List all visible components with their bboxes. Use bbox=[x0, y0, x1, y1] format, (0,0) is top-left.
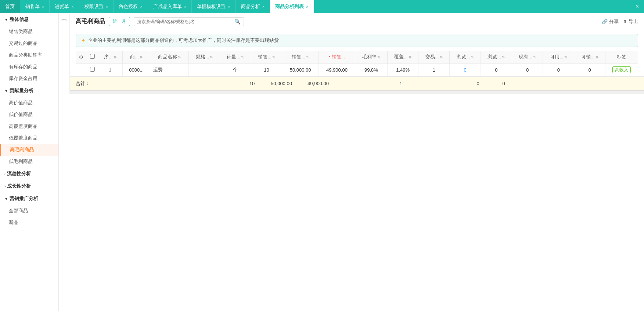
nav-finished-goods-close[interactable]: × bbox=[184, 4, 186, 9]
search-icon[interactable]: 🔍 bbox=[234, 19, 241, 25]
sidebar-item-traded-goods[interactable]: 交易过的商品 bbox=[0, 37, 58, 49]
sidebar-group-growth[interactable]: › 成长性分析 bbox=[0, 180, 58, 192]
arrow-icon-3: › bbox=[4, 172, 6, 176]
sidebar-group-marketing[interactable]: ▼ 营销推广分析 bbox=[0, 192, 58, 205]
sidebar-group-contribution[interactable]: ▼ 贡献量分析 bbox=[0, 84, 58, 97]
cell-sales-profit: 49,900.00 bbox=[319, 64, 355, 76]
nav-role-auth[interactable]: 角色授权 × bbox=[114, 0, 148, 13]
footer-sales-profit: 49,900.00 bbox=[300, 81, 337, 86]
nav-purchase-order[interactable]: 进货单 × bbox=[50, 0, 79, 13]
col-settings[interactable]: ⚙ bbox=[76, 51, 87, 64]
main-layout: ▼ 整体信息 销售类商品 交易过的商品 商品分类助销率 有库存的商品 库存资金占… bbox=[0, 13, 644, 311]
row-checkbox[interactable] bbox=[90, 67, 95, 72]
col-views2: 浏览...⇅ bbox=[481, 51, 512, 64]
nav-home[interactable]: 首页 bbox=[0, 0, 20, 13]
sidebar-item-all-goods[interactable]: 全部商品 bbox=[0, 205, 58, 217]
footer-available: 0 bbox=[491, 81, 517, 86]
col-name: 商品名称⇅ bbox=[150, 51, 189, 64]
table-container[interactable]: ⚙ 序...⇅ 商...⇅ 商品名称⇅ 规格...⇅ 计量...⇅ 销售...⇅… bbox=[70, 51, 644, 76]
share-button[interactable]: 🔗 分享 bbox=[602, 18, 619, 25]
export-button[interactable]: ⬆ 导出 bbox=[623, 18, 638, 25]
col-gross-margin: 毛利率⇅ bbox=[355, 51, 388, 64]
nav-sales-order[interactable]: 销售单 × bbox=[20, 0, 50, 13]
cell-coverage: 1.49% bbox=[387, 64, 418, 76]
sidebar-item-high-coverage[interactable]: 高覆盖度商品 bbox=[0, 120, 58, 132]
nav-sales-order-close[interactable]: × bbox=[42, 4, 44, 9]
cell-sales-qty: 10 bbox=[251, 64, 282, 76]
search-input[interactable] bbox=[137, 19, 234, 24]
sidebar-group-trend[interactable]: › 流趋性分析 bbox=[0, 167, 58, 180]
sidebar-item-high-value[interactable]: 高价值商品 bbox=[0, 97, 58, 109]
cell-unit: 个 bbox=[220, 64, 251, 76]
sidebar-group-overall[interactable]: ▼ 整体信息 bbox=[0, 13, 58, 26]
sidebar-collapse-button[interactable]: 《 bbox=[59, 13, 70, 94]
nav-goods-analysis-close[interactable]: × bbox=[262, 4, 265, 9]
col-index: 序...⇅ bbox=[98, 51, 122, 64]
col-tag: 标签 bbox=[605, 51, 638, 64]
nav-finished-goods[interactable]: 产成品入库单 × bbox=[148, 0, 192, 13]
cell-checkbox[interactable] bbox=[87, 64, 98, 76]
info-icon: ✦ bbox=[81, 37, 86, 43]
table-row: 1 0000... 运费 个 10 50,000.00 49,900.00 99… bbox=[76, 64, 638, 76]
info-banner: ✦ 企业的主要的利润都是这部分商品创造的，可考虑加大推广，同时关注库存是不要出现… bbox=[76, 34, 638, 47]
sidebar-item-new-goods[interactable]: 新品 bbox=[0, 217, 58, 228]
nav-permission-settings[interactable]: 权限设置 × bbox=[79, 0, 114, 13]
cell-sales-amount: 50,000.00 bbox=[282, 64, 319, 76]
arrow-icon-5: ▼ bbox=[4, 197, 8, 201]
select-all-checkbox[interactable] bbox=[90, 54, 95, 59]
cell-name: 运费 bbox=[150, 64, 189, 76]
nav-template-settings-close[interactable]: × bbox=[228, 4, 230, 9]
filter-period-button[interactable]: 近一月 bbox=[109, 17, 130, 26]
search-box: 🔍 bbox=[134, 17, 244, 26]
tag-badge: 高收入 bbox=[612, 66, 631, 73]
arrow-icon-4: › bbox=[4, 184, 6, 188]
cell-index: 1 bbox=[98, 64, 122, 76]
sidebar-item-sales-goods[interactable]: 销售类商品 bbox=[0, 26, 58, 37]
sidebar-item-in-stock[interactable]: 有库存的商品 bbox=[0, 61, 58, 73]
sidebar-item-high-margin[interactable]: 高毛利商品 bbox=[0, 144, 58, 156]
footer-current-stock: 0 bbox=[465, 81, 491, 86]
nav-close-all-button[interactable]: × bbox=[630, 3, 644, 10]
nav-goods-analysis-list-close[interactable]: × bbox=[306, 4, 308, 9]
table-header-row: ⚙ 序...⇅ 商...⇅ 商品名称⇅ 规格...⇅ 计量...⇅ 销售...⇅… bbox=[76, 51, 638, 64]
cell-tag: 高收入 bbox=[605, 64, 638, 76]
sidebar-item-category-rate[interactable]: 商品分类助销率 bbox=[0, 49, 58, 61]
content-header: 高毛利商品 近一月 🔍 🔗 分享 ⬆ 导出 bbox=[70, 13, 644, 30]
col-coverage: 覆盖...⇅ bbox=[387, 51, 418, 64]
col-checkbox[interactable] bbox=[87, 51, 98, 64]
col-sales-amount: 销售...⇅ bbox=[282, 51, 319, 64]
col-spec: 规格...⇅ bbox=[189, 51, 220, 64]
sidebar-item-low-margin[interactable]: 低毛利商品 bbox=[0, 156, 58, 167]
sidebar-item-low-coverage[interactable]: 低覆盖度商品 bbox=[0, 132, 58, 144]
share-icon: 🔗 bbox=[602, 19, 608, 24]
nav-permission-settings-close[interactable]: × bbox=[106, 4, 108, 9]
footer-totals: 合计： 10 50,000.00 49,900.00 bbox=[70, 76, 644, 90]
cell-trade: 1 bbox=[418, 64, 450, 76]
horizontal-scrollbar[interactable] bbox=[70, 90, 644, 94]
export-icon: ⬆ bbox=[623, 19, 627, 24]
cell-code: 0000... bbox=[122, 64, 150, 76]
nav-goods-analysis-list[interactable]: 商品分析列表 × bbox=[270, 0, 314, 13]
nav-purchase-order-close[interactable]: × bbox=[71, 4, 73, 9]
cell-spec bbox=[189, 64, 220, 76]
header-actions: 🔗 分享 ⬆ 导出 bbox=[602, 18, 638, 25]
sidebar-item-low-value[interactable]: 低价值商品 bbox=[0, 109, 58, 120]
sidebar: ▼ 整体信息 销售类商品 交易过的商品 商品分类助销率 有库存的商品 库存资金占… bbox=[0, 13, 59, 311]
nav-role-auth-close[interactable]: × bbox=[140, 4, 142, 9]
col-views1: 浏览...⇅ bbox=[450, 51, 481, 64]
cell-views2: 0 bbox=[481, 64, 512, 76]
cell-available: 0 bbox=[543, 64, 574, 76]
top-nav: 首页 销售单 × 进货单 × 权限设置 × 角色授权 × 产成品入库单 × 单据… bbox=[0, 0, 644, 13]
footer-label: 合计： bbox=[76, 80, 101, 87]
cell-views1[interactable]: 0 bbox=[450, 64, 481, 76]
goods-table: ⚙ 序...⇅ 商...⇅ 商品名称⇅ 规格...⇅ 计量...⇅ 销售...⇅… bbox=[76, 51, 638, 76]
nav-goods-analysis[interactable]: 商品分析 × bbox=[236, 0, 270, 13]
page-title: 高毛利商品 bbox=[76, 18, 105, 25]
cell-settings bbox=[76, 64, 87, 76]
sidebar-item-stock-capital[interactable]: 库存资金占用 bbox=[0, 73, 58, 84]
footer-trade: 1 bbox=[388, 81, 414, 86]
nav-template-settings[interactable]: 单据模板设置 × bbox=[192, 0, 235, 13]
col-available: 可用...⇅ bbox=[543, 51, 574, 64]
arrow-icon-2: ▼ bbox=[4, 89, 8, 93]
content-area: 《 高毛利商品 近一月 🔍 🔗 分享 bbox=[59, 13, 644, 311]
